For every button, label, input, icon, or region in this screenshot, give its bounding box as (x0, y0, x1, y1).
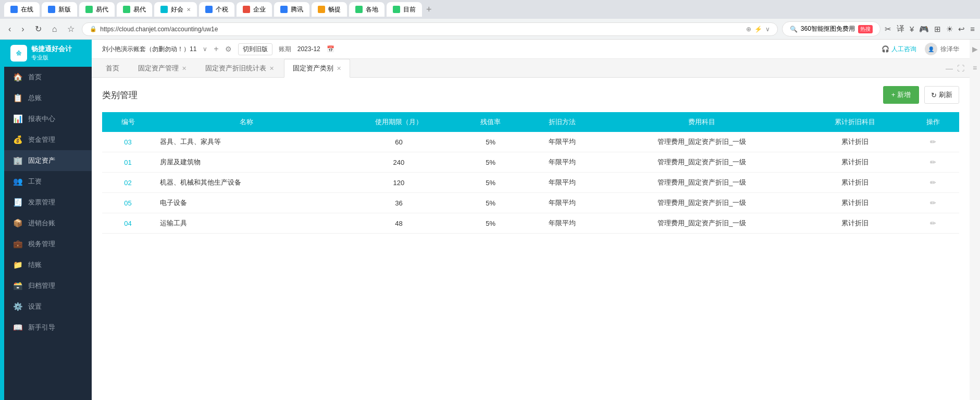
edit-icon-0[interactable]: ✏ (930, 138, 936, 146)
tab-enterprise[interactable]: 企业 (237, 2, 272, 17)
add-account-icon[interactable]: + (214, 44, 218, 54)
col-header-accum: 累计折旧科目 (802, 112, 908, 132)
cell-name-1: 房屋及建筑物 (154, 152, 340, 173)
tab-close-asset-category[interactable]: ✕ (337, 65, 341, 72)
reload-button[interactable]: ↻ (32, 22, 45, 36)
table-row: 02 机器、机械和其他生产设备 120 5% 年限平均 管理费用_固定资产折旧_… (102, 173, 959, 193)
browser-nav: ‹ › ↻ ⌂ ☆ 🔒 https://cloud.chanjet.com/ac… (0, 19, 980, 40)
edit-icon-3[interactable]: ✏ (930, 199, 936, 207)
cell-action-0[interactable]: ✏ (908, 132, 959, 152)
add-button[interactable]: + 新增 (883, 86, 919, 104)
refresh-icon: ↻ (931, 91, 937, 99)
tab-depreciation-stats[interactable]: 固定资产折旧统计表 ✕ (196, 59, 283, 77)
toolbar-icons: ✂ 译 ¥ 🎮 ⊞ ☀ ↩ ≡ (885, 24, 975, 34)
sidebar-item-archive[interactable]: 🗃️ 归档管理 (4, 275, 92, 296)
scissors-icon[interactable]: ✂ (885, 25, 891, 34)
cell-action-4[interactable]: ✏ (908, 213, 959, 234)
grid-icon[interactable]: ⊞ (934, 25, 941, 34)
undo-icon[interactable]: ↩ (958, 25, 965, 34)
tab-xinban[interactable]: 新版 (42, 2, 77, 17)
edit-icon-1[interactable]: ✏ (930, 158, 936, 166)
tab-muqian[interactable]: 目前 (387, 2, 422, 17)
close-period-icon: 📁 (13, 260, 23, 270)
tab-haohui[interactable]: 好会 ✕ (154, 2, 197, 17)
sidebar-item-tax[interactable]: 💼 税务管理 (4, 234, 92, 254)
fixed-assets-icon: 🏢 (13, 156, 23, 165)
sidebar-item-reports[interactable]: 📊 报表中心 (4, 108, 92, 129)
bookmark-button[interactable]: ☆ (64, 22, 78, 36)
game-icon[interactable]: 🎮 (919, 25, 929, 34)
sidebar-item-funds[interactable]: 💰 资金管理 (4, 129, 92, 150)
sidebar-item-purchases[interactable]: 📦 进销台账 (4, 213, 92, 234)
edit-icon-2[interactable]: ✏ (930, 178, 936, 187)
sidebar-item-ledger[interactable]: 📋 总账 (4, 88, 92, 108)
home-button[interactable]: ⌂ (49, 22, 60, 36)
tab-fixed-assets-mgmt[interactable]: 固定资产管理 ✕ (129, 59, 195, 77)
cell-code-0[interactable]: 03 (102, 132, 154, 152)
expand-icon: ∨ (765, 26, 770, 33)
address-bar[interactable]: 🔒 https://cloud.chanjet.com/accounting/u… (82, 22, 778, 36)
cell-period-3: 36 (340, 193, 458, 213)
tab-gedi[interactable]: 各地 (349, 2, 384, 17)
cell-period-2: 120 (340, 173, 458, 193)
sidebar-item-close[interactable]: 📁 结账 (4, 254, 92, 275)
reports-icon: 📊 (13, 114, 23, 124)
refresh-button[interactable]: ↻ 刷新 (924, 86, 959, 104)
edit-icon-4[interactable]: ✏ (930, 219, 936, 227)
sidebar-item-invoice[interactable]: 🧾 发票管理 (4, 192, 92, 213)
tab-close-haohui[interactable]: ✕ (187, 7, 191, 13)
ledger-icon: 📋 (13, 93, 23, 103)
cell-code-4[interactable]: 04 (102, 213, 154, 234)
sidebar-item-fixed-assets[interactable]: 🏢 固定资产 (4, 150, 92, 171)
tab-close-depreciation-stats[interactable]: ✕ (269, 65, 274, 72)
cell-code-3[interactable]: 05 (102, 193, 154, 213)
dropdown-user-icon[interactable]: ∨ (203, 45, 207, 53)
cell-action-2[interactable]: ✏ (908, 173, 959, 193)
coin-icon[interactable]: ¥ (910, 25, 914, 33)
tab-yidai2[interactable]: 易代 (117, 2, 152, 17)
search-box[interactable]: 🔍 360智能抠图免费用 热搜 (782, 21, 880, 37)
tab-geshui[interactable]: 个税 (199, 2, 234, 17)
menu-icon[interactable]: ≡ (970, 25, 975, 33)
forward-button[interactable]: › (18, 22, 27, 36)
col-header-code: 编号 (102, 112, 154, 132)
cell-method-0: 年限平均 (523, 132, 602, 152)
calendar-icon[interactable]: 📅 (327, 45, 334, 53)
maximize-button[interactable]: ⛶ (957, 64, 964, 72)
tab-zaixin[interactable]: 在线 (4, 2, 40, 17)
cell-action-1[interactable]: ✏ (908, 152, 959, 173)
minimize-button[interactable]: — (946, 64, 953, 72)
sidebar-item-settings[interactable]: ⚙️ 设置 (4, 296, 92, 317)
topbar: 刘小艳演示账套（勿删勿动！）11 ∨ + ⚙ 切到旧版 账期 2023-12 📅… (92, 40, 970, 59)
sidebar-item-guide[interactable]: 📖 新手引导 (4, 317, 92, 338)
search-icon: 🔍 (790, 26, 798, 33)
cell-method-2: 年限平均 (523, 173, 602, 193)
brightness-icon[interactable]: ☀ (946, 25, 953, 34)
back-button[interactable]: ‹ (5, 22, 14, 36)
sidebar-item-payroll[interactable]: 👥 工资 (4, 171, 92, 192)
table-header: 编号 名称 使用期限（月） 残值率 折旧方法 费用科目 累计折旧科目 操作 (102, 112, 959, 132)
cell-code-1[interactable]: 01 (102, 152, 154, 173)
cell-residual-2: 5% (458, 173, 523, 193)
cell-expense-2: 管理费用_固定资产折旧_一级 (602, 173, 802, 193)
translate-icon[interactable]: 译 (897, 24, 904, 34)
tab-yidai1[interactable]: 易代 (79, 2, 115, 17)
browser-tabs-bar: 在线 新版 易代 易代 好会 ✕ 个税 企业 腾讯 畅提 各地 目前 + (0, 0, 980, 19)
cell-accum-3: 累计折旧 (802, 193, 908, 213)
service-button[interactable]: 🎧 人工咨询 (882, 45, 916, 54)
add-tab-button[interactable]: + (426, 4, 432, 15)
sidebar-item-home[interactable]: 🏠 首页 (4, 67, 92, 88)
col-header-name: 名称 (154, 112, 340, 132)
tab-tencent[interactable]: 腾讯 (274, 2, 309, 17)
tab-close-fixed-assets-mgmt[interactable]: ✕ (182, 65, 187, 72)
settings-topbar-icon[interactable]: ⚙ (225, 45, 232, 53)
tab-home[interactable]: 首页 (97, 59, 128, 77)
switch-version-button[interactable]: 切到旧版 (238, 43, 272, 55)
cell-code-2[interactable]: 02 (102, 173, 154, 193)
panel-icon-1[interactable]: ▶ (972, 45, 978, 53)
cell-name-4: 运输工具 (154, 213, 340, 234)
cell-action-3[interactable]: ✏ (908, 193, 959, 213)
tab-changti[interactable]: 畅提 (312, 2, 347, 17)
panel-icon-2[interactable]: ≡ (973, 64, 977, 72)
tab-asset-category[interactable]: 固定资产类别 ✕ (284, 59, 350, 78)
